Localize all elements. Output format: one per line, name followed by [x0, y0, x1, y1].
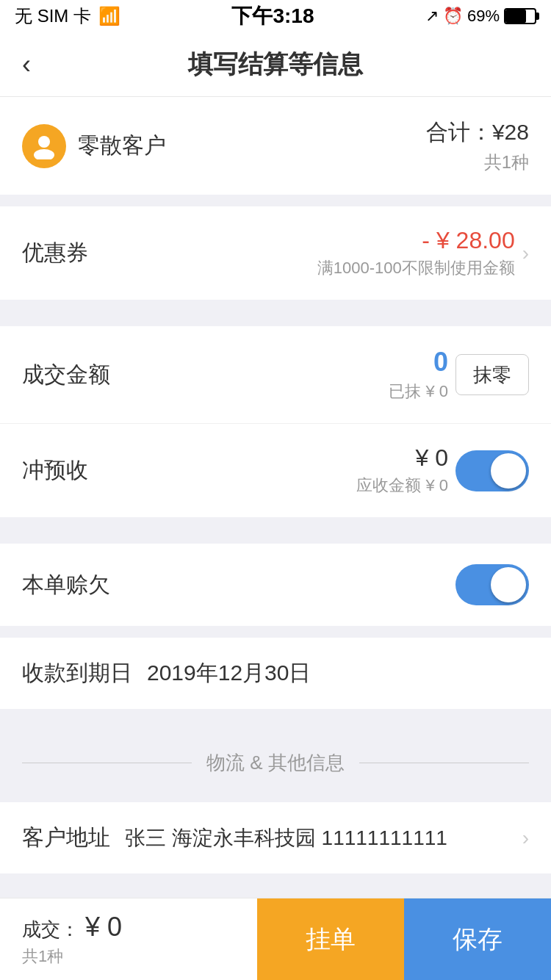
address-value: 张三 海淀永丰科技园 11111111111	[125, 824, 522, 852]
battery-percent: 69%	[467, 7, 500, 26]
address-chevron-icon: ›	[522, 826, 529, 850]
coupon-label: 优惠券	[22, 238, 88, 268]
debt-row: 本单赊欠	[0, 544, 551, 626]
separator-3	[0, 721, 551, 735]
transaction-amount-label: 成交金额	[22, 360, 110, 390]
coupon-amount: - ¥ 28.00	[317, 227, 515, 254]
bottom-bar: 成交： ¥ 0 共1种 挂单 保存	[0, 898, 551, 980]
prepayment-value: ¥ 0	[356, 444, 448, 472]
bottom-count: 共1种	[22, 945, 235, 968]
chevron-right-icon: ›	[522, 242, 529, 265]
total-amount: 合计：¥28	[426, 118, 529, 148]
due-date-row: 收款到期日 2019年12月30日	[0, 638, 551, 709]
customer-name: 零散客户	[78, 131, 166, 161]
prepayment-sub: 应收金额 ¥ 0	[356, 475, 448, 497]
svg-point-0	[38, 136, 50, 148]
transaction-card: 成交金额 0 已抹 ¥ 0 抹零 冲预收 ¥ 0 应收金额 ¥ 0	[0, 326, 551, 517]
transaction-amount-info: 0 已抹 ¥ 0	[389, 347, 448, 403]
customer-section: 零散客户 合计：¥28 共1种	[0, 97, 551, 195]
battery-icon	[504, 8, 536, 24]
coupon-card: 优惠券 - ¥ 28.00 满1000-100不限制使用金额 ›	[0, 206, 551, 300]
total-count: 共1种	[426, 151, 529, 174]
customer-right: 合计：¥28 共1种	[426, 118, 529, 174]
status-time: 下午3:18	[231, 2, 314, 30]
hold-button[interactable]: 挂单	[257, 898, 404, 981]
status-left: 无 SIM 卡 📶	[15, 4, 120, 28]
alarm-icon: ⏰	[443, 7, 463, 26]
toggle-knob	[491, 453, 526, 489]
debt-label: 本单赊欠	[22, 570, 110, 600]
separator-2	[0, 529, 551, 544]
svg-point-1	[34, 149, 54, 159]
debt-toggle[interactable]	[455, 564, 529, 605]
bottom-info: 成交： ¥ 0 共1种	[0, 912, 257, 968]
customer-left: 零散客户	[22, 124, 166, 168]
transaction-amount-value: 0	[389, 347, 448, 378]
save-button[interactable]: 保存	[404, 898, 551, 981]
coupon-row[interactable]: 优惠券 - ¥ 28.00 满1000-100不限制使用金额 ›	[0, 206, 551, 300]
bottom-deal-line: 成交： ¥ 0	[22, 912, 235, 943]
prepayment-info: ¥ 0 应收金额 ¥ 0	[356, 444, 448, 497]
prepayment-label: 冲预收	[22, 455, 88, 486]
debt-toggle-knob	[491, 567, 526, 602]
location-icon: ↗	[425, 7, 439, 26]
customer-avatar	[22, 124, 66, 168]
prepayment-toggle[interactable]	[455, 450, 529, 491]
due-date-value: 2019年12月30日	[147, 658, 311, 688]
divider-line-left	[22, 763, 192, 763]
coupon-info: - ¥ 28.00 满1000-100不限制使用金额	[317, 227, 515, 279]
round-button[interactable]: 抹零	[455, 354, 529, 395]
prepayment-right: ¥ 0 应收金额 ¥ 0	[356, 444, 529, 497]
divider-line-right	[359, 763, 529, 763]
logistics-label: 物流 & 其他信息	[206, 750, 345, 776]
no-sim-label: 无 SIM 卡	[15, 4, 91, 28]
transaction-amount-right: 0 已抹 ¥ 0 抹零	[389, 347, 529, 403]
address-row[interactable]: 客户地址 张三 海淀永丰科技园 11111111111 ›	[0, 802, 551, 873]
address-label: 客户地址	[22, 823, 110, 853]
status-right: ↗ ⏰ 69%	[425, 7, 536, 26]
transaction-amount-row: 成交金额 0 已抹 ¥ 0 抹零	[0, 326, 551, 424]
content-area: 零散客户 合计：¥28 共1种 优惠券 - ¥ 28.00 满1000-100不…	[0, 97, 551, 962]
coupon-desc: 满1000-100不限制使用金额	[317, 257, 515, 279]
separator-1	[0, 311, 551, 326]
transaction-amount-sub: 已抹 ¥ 0	[389, 381, 448, 403]
nav-bar: ‹ 填写结算等信息	[0, 32, 551, 97]
back-button[interactable]: ‹	[22, 49, 66, 80]
prepayment-row: 冲预收 ¥ 0 应收金额 ¥ 0	[0, 424, 551, 517]
due-date-label: 收款到期日	[22, 658, 132, 688]
bottom-deal-label: 成交：	[22, 917, 79, 943]
logistics-divider: 物流 & 其他信息	[0, 735, 551, 790]
coupon-right: - ¥ 28.00 满1000-100不限制使用金额 ›	[317, 227, 529, 279]
status-bar: 无 SIM 卡 📶 下午3:18 ↗ ⏰ 69%	[0, 0, 551, 32]
page-title: 填写结算等信息	[188, 48, 363, 82]
bottom-deal-value: ¥ 0	[85, 912, 122, 943]
wifi-icon: 📶	[98, 6, 120, 26]
